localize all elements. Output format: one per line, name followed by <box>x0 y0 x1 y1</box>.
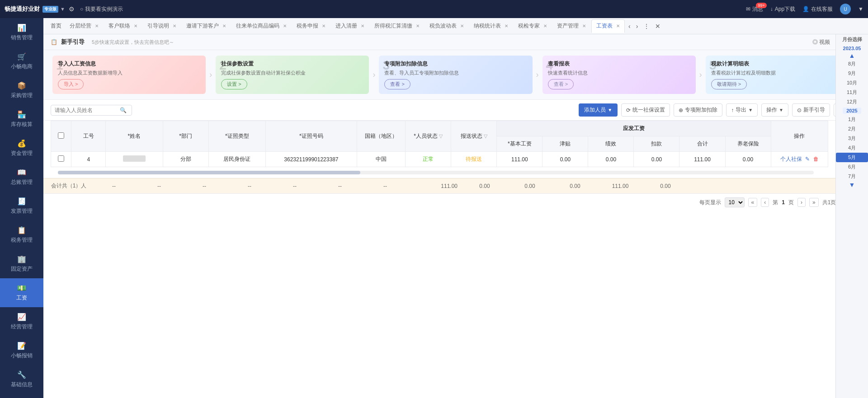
row-checkbox[interactable] <box>58 155 64 162</box>
tab-next-button[interactable]: › <box>633 22 641 31</box>
step-btn-4[interactable]: 查看 > <box>548 79 574 89</box>
month-4[interactable]: 4月 <box>836 143 868 153</box>
sidebar-item-invoice[interactable]: 🧾 发票管理 <box>0 192 43 220</box>
month-6[interactable]: 6月 <box>836 162 868 172</box>
add-staff-button[interactable]: 添加人员 ▼ <box>579 103 618 117</box>
horizontal-scrollbar[interactable] <box>58 171 814 174</box>
month-up-button[interactable]: ▲ <box>847 52 857 59</box>
status-filter-icon[interactable]: ▽ <box>439 133 443 139</box>
month-3[interactable]: 3月 <box>836 134 868 143</box>
step-btn-1[interactable]: 导入 > <box>58 79 84 89</box>
close-tab-tax-stat[interactable]: ✕ <box>505 23 508 28</box>
delete-icon[interactable]: 🗑 <box>813 156 819 162</box>
close-tab-asset[interactable]: ✕ <box>582 23 586 28</box>
sidebar-item-operation[interactable]: 📈 经营管理 <box>0 307 43 336</box>
close-tab-partition[interactable]: ✕ <box>95 23 99 28</box>
row-checkbox-cell <box>51 152 71 167</box>
sidebar-item-report[interactable]: 📝 小畅报销 <box>0 336 43 365</box>
month-1[interactable]: 1月 <box>836 115 868 124</box>
tab-invite[interactable]: 邀请下游客户 ✕ <box>182 19 231 33</box>
step-btn-5[interactable]: 敬请期待 > <box>711 79 747 89</box>
page-prev-button[interactable]: ‹ <box>761 198 769 207</box>
page-next-button[interactable]: › <box>797 198 806 207</box>
edition-badge: 专业版 <box>42 6 58 13</box>
month-down-button[interactable]: ▼ <box>847 181 857 188</box>
tab-partition[interactable]: 分层经营 ✕ <box>65 19 103 33</box>
tab-salary-table[interactable]: 工资表 ✕ <box>591 19 625 33</box>
toolbar-right: 添加人员 ▼ ⟳ 统一社保设置 ⊕ 专项附加扣除 ↑ <box>579 103 861 117</box>
account-dropdown[interactable]: ▼ <box>60 6 65 12</box>
tab-tax-calc[interactable]: 所得税汇算清缴 ✕ <box>370 19 424 33</box>
month-9[interactable]: 9月 <box>836 69 868 78</box>
sidebar-item-ledger[interactable]: 📖 总账管理 <box>0 163 43 192</box>
month-8[interactable]: 8月 <box>836 59 868 69</box>
unified-social-button[interactable]: ⟳ 统一社保设置 <box>621 103 670 117</box>
user-avatar[interactable]: U <box>840 4 851 14</box>
month-10[interactable]: 10月 <box>836 78 868 88</box>
salary-table: 工号 *姓名 *部门 *证照类型 <box>51 121 828 167</box>
tab-prev-button[interactable]: ‹ <box>626 22 633 31</box>
personal-social-link[interactable]: 个人社保 <box>780 156 802 162</box>
search-input[interactable] <box>55 107 118 113</box>
close-tab-salary[interactable]: ✕ <box>616 23 620 28</box>
close-tab-tax-declare[interactable]: ✕ <box>322 23 326 28</box>
close-tab-tax-exempt[interactable]: ✕ <box>460 23 464 28</box>
operations-button[interactable]: 操作 ▼ <box>761 103 788 117</box>
close-tab-clear[interactable]: ✕ <box>361 23 364 28</box>
tab-product-code[interactable]: 往来单位商品编码 ✕ <box>231 19 291 33</box>
sidebar-item-tax[interactable]: 📋 税务管理 <box>0 220 43 249</box>
tab-more-button[interactable]: ⋮ <box>641 22 652 31</box>
step-btn-3[interactable]: 查看 > <box>384 79 410 89</box>
page-last-button[interactable]: » <box>809 198 819 207</box>
close-tab-guide[interactable]: ✕ <box>173 23 176 28</box>
edit-icon[interactable]: ✎ <box>805 156 810 162</box>
tab-tax-stat[interactable]: 纳税统计表 ✕ <box>469 19 513 33</box>
newguide-button[interactable]: ⊙ 新手引导 <box>792 103 830 117</box>
tab-tax-expert[interactable]: 税检专家 ✕ <box>514 19 552 33</box>
app-download-button[interactable]: ↓ App下载 <box>770 5 795 13</box>
sidebar-item-base[interactable]: 🔧 基础信息 <box>0 365 43 394</box>
close-tab-invite[interactable]: ✕ <box>222 23 226 28</box>
online-service-button[interactable]: 👤 在线客服 <box>802 5 833 13</box>
month-2[interactable]: 2月 <box>836 124 868 134</box>
select-all-checkbox[interactable] <box>58 132 64 139</box>
sidebar-item-salary[interactable]: 💵 工资 <box>0 278 43 307</box>
month-12[interactable]: 12月 <box>836 97 868 107</box>
tab-asset-mgmt[interactable]: 资产管理 ✕ <box>552 19 590 33</box>
per-page-select[interactable]: 10 20 50 <box>725 197 745 207</box>
close-tab-customer[interactable]: ✕ <box>134 23 137 28</box>
tab-clear[interactable]: 进入清册 ✕ <box>331 19 369 33</box>
special-deduct-button[interactable]: ⊕ 专项附加扣除 <box>674 103 722 117</box>
step-btn-2[interactable]: 设置 > <box>221 79 247 89</box>
close-tab-tax-expert[interactable]: ✕ <box>543 23 547 28</box>
footer-dash-6: -- <box>322 183 358 189</box>
tab-tax-declare[interactable]: 税务申报 ✕ <box>292 19 330 33</box>
sidebar-item-ecommerce[interactable]: 🛒 小畅电商 <box>0 47 43 76</box>
tab-close-all-button[interactable]: ✕ <box>652 22 663 31</box>
tab-customer[interactable]: 客户联络 ✕ <box>104 19 142 33</box>
month-11[interactable]: 11月 <box>836 88 868 97</box>
month-7[interactable]: 7月 <box>836 172 868 181</box>
demo-link[interactable]: ○ 我要看实例演示 <box>80 5 123 13</box>
sidebar-item-capital[interactable]: 💰 资金管理 <box>0 134 43 163</box>
close-tab-tax-calc[interactable]: ✕ <box>416 23 420 28</box>
guide-video-link[interactable]: ◎ 视频 <box>812 38 830 46</box>
row-basic-salary: 111.00 <box>497 152 542 167</box>
tab-guide[interactable]: 引导说明 ✕ <box>143 19 181 33</box>
search-icon[interactable]: 🔍 <box>120 107 127 113</box>
user-name[interactable]: ▼ <box>858 6 863 12</box>
sidebar-item-system[interactable]: ⚙ 系统管理 <box>0 394 43 398</box>
sidebar-item-inventory[interactable]: 🏪 库存核算 <box>0 105 43 134</box>
tab-tax-exempt[interactable]: 税负波动表 ✕ <box>425 19 468 33</box>
sidebar-item-fixed[interactable]: 🏢 固定资产 <box>0 249 43 278</box>
settings-icon[interactable]: ⚙ <box>69 5 75 13</box>
message-button[interactable]: ✉ 消息 99+ <box>746 5 763 13</box>
month-5[interactable]: 5月 <box>836 153 868 162</box>
sidebar-item-sales[interactable]: 📊 销售管理 <box>0 18 43 47</box>
sidebar-item-purchase[interactable]: 📦 采购管理 <box>0 76 43 105</box>
tab-home[interactable]: 首页 <box>47 20 65 32</box>
page-first-button[interactable]: « <box>748 198 758 207</box>
close-tab-product[interactable]: ✕ <box>283 23 287 28</box>
send-filter-icon[interactable]: ▽ <box>484 133 487 139</box>
export-button[interactable]: ↑ 导出 ▼ <box>726 103 758 117</box>
